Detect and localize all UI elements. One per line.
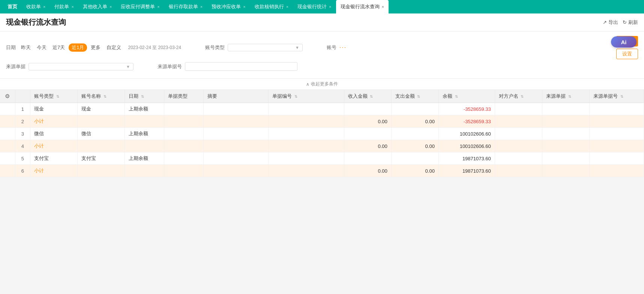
source-doc-num-filter-group: 来源单据号: [158, 62, 297, 71]
row-index: 5: [15, 152, 30, 165]
nav-close-bank-deposit[interactable]: ×: [200, 4, 203, 9]
date-option-yesterday[interactable]: 昨天: [19, 43, 33, 52]
account-type-label: 账号类型: [205, 44, 225, 51]
export-button[interactable]: ↗ 导出: [603, 19, 618, 26]
nav-item-other-income[interactable]: 其他收入单×: [78, 0, 116, 13]
table-row: 5支付宝支付宝上期余额19871073.60: [0, 152, 644, 165]
nav-close-writeoff[interactable]: ×: [286, 4, 288, 9]
nav-close-advance[interactable]: ×: [243, 4, 245, 9]
row-source-doc-num: [590, 128, 644, 140]
nav-bar: 首页收款单×付款单×其他收入单×应收应付调整单×银行存取款单×预收冲应收单×收款…: [0, 0, 644, 13]
row-account-type: 小计: [30, 140, 78, 152]
settings-button[interactable]: 设置: [616, 49, 638, 59]
row-doc-type: [164, 128, 204, 140]
col-expense[interactable]: 支出金额 ⇅: [391, 90, 438, 103]
col-balance[interactable]: 余额 ⇅: [438, 90, 495, 103]
source-doc-select[interactable]: ▼: [29, 63, 134, 70]
nav-close-receipt[interactable]: ×: [43, 4, 45, 9]
header-actions: ↗ 导出 ↻ 刷新: [603, 19, 638, 26]
date-option-more[interactable]: 更多: [89, 43, 103, 52]
row-expense: 0.00: [391, 140, 438, 152]
row-date: 上期余额: [125, 152, 164, 165]
row-date: [125, 115, 164, 128]
col-counterparty[interactable]: 对方户名 ⇅: [495, 90, 542, 103]
row-account-name: [78, 115, 125, 128]
date-option-today[interactable]: 今天: [35, 43, 49, 52]
col-summary: 摘要: [204, 90, 269, 103]
row-account-name: [78, 165, 125, 177]
row-balance: 100102606.60: [438, 128, 495, 140]
row-balance: 19871073.60: [438, 165, 495, 177]
row-doc-num: [269, 103, 344, 115]
filter-row-2: 来源单据 ▼ 来源单据号: [6, 62, 638, 71]
date-label: 日期: [6, 44, 16, 51]
nav-item-cash-stats[interactable]: 现金银行统计×: [293, 0, 336, 13]
collapse-bar[interactable]: ∧ 收起更多条件: [0, 79, 644, 90]
row-gear: [0, 103, 15, 115]
row-balance: 100102606.60: [438, 140, 495, 152]
date-filter-group: 日期 昨天今天近7天近1月更多自定义 2023-02-24 至 2023-03-…: [6, 43, 181, 52]
row-doc-num: [269, 165, 344, 177]
filter-row-1: 日期 昨天今天近7天近1月更多自定义 2023-02-24 至 2023-03-…: [6, 36, 638, 59]
nav-close-cash-stats[interactable]: ×: [329, 4, 331, 9]
nav-item-writeoff[interactable]: 收款核销执行×: [250, 0, 293, 13]
table-body: 1现金现金上期余额-3528659.332小计0.000.00-3528659.…: [0, 103, 644, 177]
nav-close-other-income[interactable]: ×: [110, 4, 112, 9]
col-account_type[interactable]: 账号类型 ⇅: [30, 90, 78, 103]
row-index: 4: [15, 140, 30, 152]
row-counterparty: [495, 128, 542, 140]
col-doc_num[interactable]: 单据编号 ⇅: [269, 90, 344, 103]
row-source-doc: [542, 165, 589, 177]
nav-item-advance[interactable]: 预收冲应收单×: [207, 0, 250, 13]
row-account-type: 支付宝: [30, 152, 78, 165]
date-range-text: 2023-02-24 至 2023-03-24: [128, 45, 181, 51]
row-doc-type: [164, 115, 204, 128]
row-source-doc-num: [590, 165, 644, 177]
col-income[interactable]: 收入金额 ⇅: [344, 90, 391, 103]
refresh-button[interactable]: ↻ 刷新: [623, 19, 638, 26]
account-dots[interactable]: ···: [339, 44, 347, 51]
account-type-select[interactable]: ▼: [228, 44, 303, 51]
date-option-week[interactable]: 近7天: [50, 43, 67, 52]
row-doc-type: [164, 140, 204, 152]
row-doc-num: [269, 140, 344, 152]
row-account-name: [78, 140, 125, 152]
col-doc_type: 单据类型: [164, 90, 204, 103]
source-doc-num-input[interactable]: [185, 62, 297, 71]
row-counterparty: [495, 152, 542, 165]
row-doc-type: [164, 103, 204, 115]
account-filter-group: 账号 ···: [327, 44, 347, 51]
nav-item-receipt[interactable]: 收款单×: [22, 0, 50, 13]
row-source-doc: [542, 115, 589, 128]
row-balance: 19871073.60: [438, 152, 495, 165]
row-account-type: 小计: [30, 165, 78, 177]
nav-close-payment[interactable]: ×: [71, 4, 74, 9]
table-header-row: ⚙账号类型 ⇅账号名称 ⇅日期 ⇅单据类型摘要单据编号 ⇅收入金额 ⇅支出金额 …: [0, 90, 644, 103]
nav-item-bank-deposit[interactable]: 银行存取款单×: [164, 0, 207, 13]
date-option-custom[interactable]: 自定义: [104, 43, 123, 52]
nav-item-adjustment[interactable]: 应收应付调整单×: [116, 0, 164, 13]
row-doc-num: [269, 128, 344, 140]
row-expense: [391, 128, 438, 140]
date-option-month[interactable]: 近1月: [69, 43, 87, 52]
nav-item-payment[interactable]: 付款单×: [50, 0, 78, 13]
nav-close-cash-flow[interactable]: ×: [382, 4, 384, 9]
col-index: [15, 90, 30, 103]
row-account-name: 微信: [78, 128, 125, 140]
row-date: 上期余额: [125, 128, 164, 140]
nav-item-cash-flow[interactable]: 现金银行流水查询×: [336, 0, 389, 13]
row-index: 2: [15, 115, 30, 128]
col-source_doc[interactable]: 来源单据 ⇅: [542, 90, 589, 103]
col-account_name[interactable]: 账号名称 ⇅: [78, 90, 125, 103]
row-summary: [204, 115, 269, 128]
row-expense: [391, 103, 438, 115]
account-label: 账号: [327, 44, 336, 51]
nav-item-home[interactable]: 首页: [3, 0, 22, 13]
col-gear[interactable]: ⚙: [0, 90, 15, 103]
col-source_doc_num[interactable]: 来源单据号 ⇅: [590, 90, 644, 103]
ai-button[interactable]: Ai: [611, 36, 636, 48]
col-date[interactable]: 日期 ⇅: [125, 90, 164, 103]
nav-close-adjustment[interactable]: ×: [157, 4, 159, 9]
row-source-doc-num: [590, 103, 644, 115]
row-doc-type: [164, 165, 204, 177]
